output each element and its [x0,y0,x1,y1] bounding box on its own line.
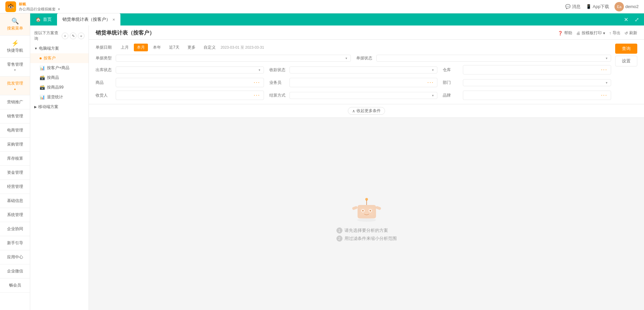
help-btn[interactable]: ❓ 帮助 [558,30,572,36]
filter-area-wrapper: 单据日期 上月 本月 本年 近7天 更多 自定义 2023-03-01 至 20… [89,40,644,118]
dept-select[interactable]: ▾ [463,79,611,86]
dept-arrow: ▾ [606,81,607,85]
sidebar-item-operations[interactable]: 经营管理 [0,180,30,194]
status-select[interactable]: ▾ [376,55,611,62]
date-btn-last-month[interactable]: 上月 [118,44,132,51]
sidebar-item-enterprise[interactable]: 企业协同 [0,222,30,236]
staff-group: 业务员 ··· [269,78,438,87]
wholesale-arrow: ▴ [14,87,16,91]
export-btn[interactable]: ↑ 导出 [609,30,621,36]
tab-home[interactable]: 🏠 首页 [30,13,57,25]
svg-point-5 [369,210,371,211]
type-arrow: ▾ [345,56,347,60]
sidebar-item-appcenter[interactable]: 应用中心 [0,250,30,264]
hint-num-1: 1 [336,227,342,234]
brand-label: 品牌 [443,93,460,98]
tree-item-by-customer-goods[interactable]: 📊 按客户+商品 [30,63,89,73]
tree-item-by-customer[interactable]: 按客户 [30,53,89,63]
date-row: 单据日期 上月 本月 本年 近7天 更多 自定义 2023-03-01 至 20… [96,44,611,51]
date-btn-this-year[interactable]: 本年 [150,44,164,51]
out-status-select[interactable]: ▾ [116,66,264,73]
page-header: 销货单统计表（按客户） ❓ 帮助 🖨 按模板打印 ▾ ↑ [89,25,644,40]
date-btn-this-month[interactable]: 本月 [134,44,148,51]
tree-group-desktop[interactable]: ▼ 电脑端方案 [30,44,89,53]
date-btn-custom[interactable]: 自定义 [201,44,219,51]
message-btn[interactable]: 💬 消息 [565,4,581,10]
app-download-btn[interactable]: 📱 App下载 [586,4,609,10]
sidebar-item-sales[interactable]: 销售管理 [0,109,30,123]
logo-text: 标账 [19,2,60,7]
doc-type-group: 单据类型 ▾ [96,55,351,62]
payment-status-select[interactable]: ▾ [289,66,438,73]
sidebar-item-basic[interactable]: 基础信息 [0,194,30,208]
status-label: 单据状态 [356,55,373,61]
sidebar-item-marketing[interactable]: 营销推广 [0,95,30,109]
out-status-group: 出库状态 ▾ [96,66,264,73]
sidebar-item-wecom[interactable]: 企业微信 [0,264,30,278]
tree-item-by-goods-99[interactable]: 🗃️ 按商品99 [30,83,89,92]
tab-close-all-btn[interactable]: ✕ [621,15,631,24]
main-layout: 🔍 搜索菜单 ⚡ 快捷导航 零售管理 ▾ 批发管理 ▴ 营销推广 销售管理 电商… [0,13,644,310]
brand-dots: ··· [601,92,607,98]
type-select[interactable]: ▾ [116,55,351,62]
receiver-group: 收货人 ··· [96,91,264,100]
receiver-input[interactable]: ··· [116,91,264,100]
date-btn-7days[interactable]: 近7天 [166,44,182,51]
receiver-label: 收货人 [96,93,112,98]
goods-staff-dept-row: 商品 ··· 业务员 [96,78,611,87]
sidebar-item-finance[interactable]: 资金管理 [0,166,30,180]
collapse-btn[interactable]: ∧ 收起更多条件 [348,107,385,115]
tree-item-by-goods[interactable]: 🗃️ 按商品 [30,73,89,83]
sidebar-item-purchase[interactable]: 采购管理 [0,138,30,152]
settings-button[interactable]: 设置 [615,56,637,66]
out-status-label: 出库状态 [96,67,112,73]
refresh-btn[interactable]: ↺ 刷新 [625,30,637,36]
customer-goods-icon: 📊 [40,65,45,70]
date-btn-more[interactable]: 更多 [184,44,199,51]
edit-plan-btn[interactable]: ✎ [70,33,76,39]
collapse-sidebar-btn[interactable]: « [78,33,85,39]
tab-sales-stats[interactable]: 销货单统计表（按客户） ✕ [57,13,120,25]
sidebar-item-wholesale[interactable]: 批发管理 ▴ [0,76,30,95]
goods-group: 商品 ··· [96,78,264,87]
user-area[interactable]: Ea demo2 [614,2,639,11]
sidebar-item-inventory[interactable]: 库存核算 [0,152,30,166]
sub-sidebar-header: 按以下方案查询 + ✎ « [30,28,89,44]
sidebar-item-system[interactable]: 系统管理 [0,208,30,222]
sub-sidebar-actions: + ✎ « [62,33,85,39]
tab-maximize-btn[interactable]: ⤢ [632,15,641,24]
goods-99-icon: 🗃️ [40,85,45,90]
empty-illustration [348,187,385,223]
goods-dots: ··· [254,80,260,86]
message-icon: 💬 [565,4,571,9]
date-label: 单据日期 [96,45,112,50]
tree-item-return-stats[interactable]: 📊 退货统计 [30,92,89,102]
brand-group: 品牌 ··· [443,91,611,100]
warehouse-input[interactable]: ··· [463,65,611,74]
tab-close-btn[interactable]: ✕ [112,18,115,21]
main-page: 销货单统计表（按客户） ❓ 帮助 🖨 按模板打印 ▾ ↑ [89,25,644,310]
sidebar-item-quicknav[interactable]: ⚡ 快捷导航 [0,36,30,58]
payment-method-select[interactable]: ▾ [289,92,438,99]
query-button[interactable]: 查询 [615,44,637,54]
sidebar-item-search[interactable]: 🔍 搜索菜单 [0,13,30,36]
sidebar-item-newbie[interactable]: 新手引导 [0,236,30,250]
goods-input[interactable]: ··· [116,78,264,87]
sidebar-item-member[interactable]: 畅会员 [0,278,30,293]
brand-input[interactable]: ··· [463,91,611,100]
warehouse-group: 仓库 ··· [443,65,611,74]
dropdown-arrow[interactable]: ▾ [58,7,60,11]
collapse-bar: ∧ 收起更多条件 [89,104,644,118]
staff-label: 业务员 [269,80,286,86]
sidebar-item-ecommerce[interactable]: 电商管理 [0,123,30,138]
product-name: 办公用品行业模拟账套 ▾ [19,7,60,12]
sidebar-item-retail[interactable]: 零售管理 ▾ [0,58,30,76]
return-stats-icon: 📊 [40,95,45,100]
tree-group-mobile[interactable]: ▶ 移动端方案 [30,102,89,112]
payment-status-group: 收款状态 ▾ [269,66,438,73]
template-print-btn[interactable]: 🖨 按模板打印 ▾ [576,30,605,36]
add-plan-btn[interactable]: + [62,33,68,39]
staff-input[interactable]: ··· [289,78,438,87]
search-icon: 🔍 [3,17,27,25]
receiver-payment-brand-row: 收货人 ··· 结算方式 [96,91,611,100]
